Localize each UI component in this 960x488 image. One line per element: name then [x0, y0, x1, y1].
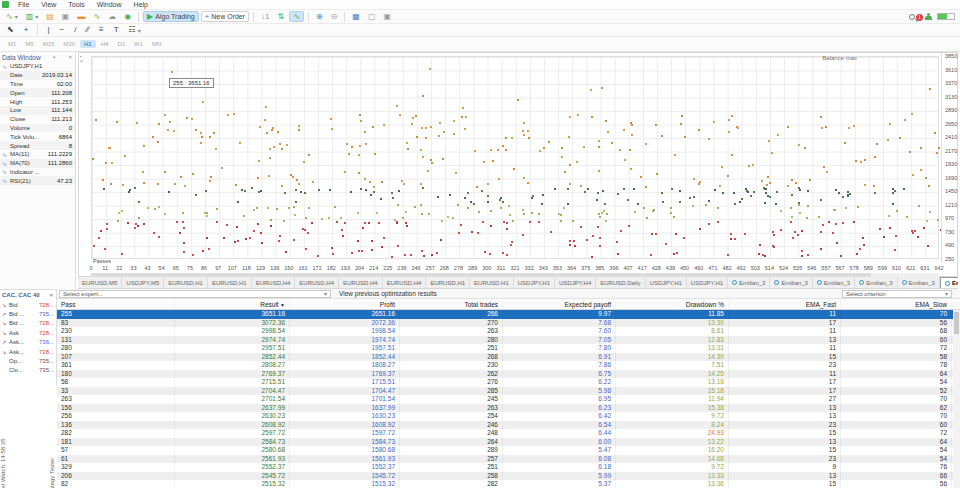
search-icon[interactable]	[909, 14, 915, 20]
zoom-out-button[interactable]: ⊖	[328, 11, 341, 22]
result-row-pass-82[interactable]: 822515.321515.322825.3713.361556	[57, 480, 960, 488]
fibo-tool[interactable]: ≡	[96, 25, 107, 36]
vline-tool[interactable]: |	[44, 25, 52, 36]
result-row-pass-33[interactable]: 332704.471704.472855.9815.181752	[57, 387, 960, 396]
channel-tool[interactable]: ∕∕	[83, 25, 92, 36]
results-table-header[interactable]: PassResult ▼ProfitTotal tradesExpected p…	[57, 299, 960, 310]
vscroll-thumb[interactable]	[954, 312, 959, 334]
column-header-profit[interactable]: Profit	[290, 301, 400, 308]
tile-windows-button[interactable]: ▦	[349, 11, 363, 22]
pair-button[interactable]: ⇅	[275, 11, 288, 22]
tab-ea-emilian_3[interactable]: Emilian_3	[813, 277, 855, 288]
algo-trading-button[interactable]: ▶Algo Trading	[143, 11, 198, 22]
select-expert-combo[interactable]: Select expert...▾	[59, 290, 331, 298]
column-header-ema-fast[interactable]: EMA_Fast	[729, 301, 841, 308]
hline-tool[interactable]: −	[56, 25, 67, 36]
result-row-pass-282[interactable]: 2822597.721597.722486.4424.931572	[57, 429, 960, 438]
market-watch-row[interactable]: ↘Ask728...	[0, 328, 56, 337]
menu-item-view[interactable]: View	[35, 0, 62, 10]
lock-button[interactable]: ▬	[74, 11, 88, 22]
result-row-pass-181[interactable]: 1812584.731584.732646.0013.221364	[57, 438, 960, 447]
timeframe-m15[interactable]: M15	[39, 40, 59, 48]
community-button[interactable]: ◉	[121, 11, 134, 22]
depth-of-market-button[interactable]: ▤	[43, 11, 57, 22]
result-row-pass-230[interactable]: 2302998.541998.542637.608.611168	[57, 327, 960, 336]
tab-ea-emilian_3[interactable]: Emilian_3	[940, 277, 958, 288]
market-watch-row[interactable]: ↘Bid ...728...	[0, 319, 56, 328]
strategy-tester-vertical-tab[interactable]: Strategy Tester	[49, 430, 55, 488]
tester-vscrollbar[interactable]	[953, 310, 960, 488]
tab-chart-eurusd-h4[interactable]: EURUSD,H4	[295, 277, 339, 288]
zoom-in-button[interactable]: ⊕	[313, 11, 326, 22]
tab-ea-emilian_3[interactable]: Emilian_3	[770, 277, 812, 288]
menu-item-file[interactable]: File	[12, 0, 35, 10]
timeframe-mn[interactable]: MN	[148, 40, 165, 48]
result-row-pass-131[interactable]: 1312974.741974.742807.0512.831360	[57, 336, 960, 345]
tab-chart-usdjpy-h1[interactable]: USDJPY,H1	[646, 277, 687, 288]
new-order-button[interactable]: +New Order	[201, 11, 250, 22]
tab-chart-eurusd-h4[interactable]: EURUSD,H4	[339, 277, 383, 288]
timeframe-m5[interactable]: M5	[21, 40, 37, 48]
chart-type-button[interactable]: ∿▾	[3, 11, 21, 22]
result-row-pass-83[interactable]: 833072.362072.362707.6813.391756	[57, 319, 960, 328]
result-row-pass-156[interactable]: 1562637.991637.992636.2315.381362	[57, 404, 960, 413]
arrange-button[interactable]: ▣	[380, 11, 394, 22]
close-icon[interactable]: ×	[67, 54, 73, 60]
menu-item-help[interactable]: Help	[128, 0, 154, 10]
menu-item-tools[interactable]: Tools	[62, 0, 90, 10]
timeframe-h4[interactable]: H4	[97, 40, 113, 48]
market-watch-row[interactable]: ↘Ask...728...	[0, 347, 56, 356]
menu-item-window[interactable]: Window	[91, 0, 128, 10]
result-row-pass-58[interactable]: 582715.511715.512766.2213.181754	[57, 378, 960, 387]
result-row-pass-263[interactable]: 2632701.541701.542456.9511.942770	[57, 395, 960, 404]
result-row-pass-107[interactable]: 1072852.441852.442686.9114.391558	[57, 353, 960, 362]
tab-chart-usdjpy-h1[interactable]: USDJPY,H1	[514, 277, 555, 288]
tick-chart-button[interactable]: ↓1	[258, 11, 272, 22]
shapes-tool[interactable]: ☷▾	[126, 25, 144, 36]
result-row-pass-329[interactable]: 3292552.371552.372516.189.72976	[57, 463, 960, 472]
result-row-pass-136[interactable]: 1362608.921608.922466.548.242360	[57, 421, 960, 430]
signals-button[interactable]: ∿	[90, 11, 103, 22]
column-header-total-trades[interactable]: Total trades	[400, 301, 503, 308]
tab-chart-eurusd-h1[interactable]: EURUSD,H1	[426, 277, 470, 288]
column-header-result[interactable]: Result ▼	[175, 301, 290, 308]
market-watch-symbol[interactable]: CAC, CAC 40 ×	[0, 290, 56, 300]
scatter-plot[interactable]	[91, 56, 939, 259]
tab-chart-eurusd-h1[interactable]: EURUSD,H1	[470, 277, 514, 288]
select-criterion-combo[interactable]: Select criterion▾	[842, 290, 952, 298]
result-row-pass-57[interactable]: 572580.681580.682895.4716.201554	[57, 446, 960, 455]
market-watch-row[interactable]: ·Clo...735...	[0, 366, 56, 375]
result-row-pass-256[interactable]: 2562630.231630.232546.429.721370	[57, 412, 960, 421]
timeframe-d1[interactable]: D1	[113, 40, 129, 48]
trendline-tool[interactable]: /	[71, 25, 79, 36]
tab-chart-eurusd-h1[interactable]: EURUSD,H1	[208, 277, 252, 288]
tab-chart-eurusd-h4[interactable]: EURUSD,H4	[383, 277, 427, 288]
tab-ea-emilian_3[interactable]: Emilian_3	[728, 277, 770, 288]
cursor-tool[interactable]: ⬉	[4, 25, 17, 36]
data-window-button[interactable]: ▣	[59, 11, 73, 22]
crosshair-tool[interactable]: +	[21, 25, 32, 36]
pin-icon[interactable]: ▪	[52, 54, 56, 60]
result-row-pass-361[interactable]: 3612808.271808.272307.867.512378	[57, 361, 960, 370]
market-watch-row[interactable]: ↗Bid ...735...	[0, 309, 56, 318]
column-header-ema-slow[interactable]: EMA_Slow	[841, 301, 952, 308]
tab-chart-eurusd-h1[interactable]: EURUSD,H1	[164, 277, 208, 288]
tab-chart-eurusd-m5[interactable]: EURUSD,M5	[78, 277, 122, 288]
chart-style-button[interactable]: ▥▾	[23, 11, 42, 22]
text-tool[interactable]: T	[111, 25, 122, 36]
column-header-drawdown-[interactable]: Drawdown %	[616, 301, 729, 308]
result-row-pass-180[interactable]: 1802769.371769.372626.7514.251164	[57, 370, 960, 379]
market-watch-row[interactable]: ·Op...735...	[0, 356, 56, 365]
tab-chart-usdjpy-h1[interactable]: USDJPY,H1	[687, 277, 728, 288]
tab-chart-usdjpy-h4[interactable]: USDJPY,H4	[555, 277, 596, 288]
result-row-pass-61[interactable]: 612561.931561.932576.0814.682354	[57, 455, 960, 464]
tab-ea-emilian_3[interactable]: Emilian_3	[855, 277, 897, 288]
account-icon[interactable]	[925, 13, 932, 20]
tab-chart-eurusd-h4[interactable]: EURUSD,H4	[252, 277, 296, 288]
cascade-button[interactable]: ▢	[365, 11, 379, 22]
tab-chart-eurusd-daily[interactable]: EURUSD,Daily	[596, 277, 645, 288]
market-watch-row[interactable]: ↗Ask...736...	[0, 338, 56, 347]
tab-chart-usdjpy-m5[interactable]: USDJPY,M5	[122, 277, 164, 288]
cloud-button[interactable]: ☁	[105, 11, 119, 22]
view-previous-results-link[interactable]: View previous optimization results	[339, 290, 437, 297]
